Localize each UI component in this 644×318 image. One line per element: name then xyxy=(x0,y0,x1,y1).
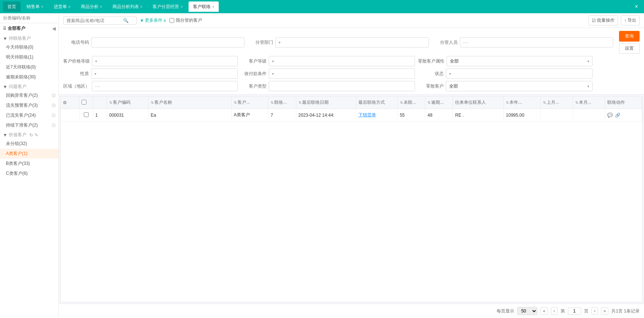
filter-search-box[interactable]: 🔍 xyxy=(63,17,137,25)
customer-type-filter: 客户类型 xyxy=(241,81,415,91)
last-page-btn[interactable]: » xyxy=(601,307,609,315)
nav-close-all[interactable]: × xyxy=(632,3,641,10)
sidebar-item-7days[interactable]: 近7天待联络(0) xyxy=(0,62,58,72)
tab-product-analysis-close[interactable]: × xyxy=(100,5,102,9)
sidebar-item-b-class[interactable]: B类客户(33) xyxy=(0,159,58,169)
tab-customer-contact[interactable]: 客户联络 × xyxy=(189,1,219,12)
filter-row-4: 区域（地区） ··· 客户类型 零散客户 全部 ▾ xyxy=(63,81,640,91)
tab-customer-segment-close[interactable]: × xyxy=(180,5,183,9)
tab-sales-order[interactable]: 销售单 × xyxy=(22,1,48,12)
action-cell[interactable]: 💬 🔗 xyxy=(605,109,642,121)
sidebar-item-churn-warning[interactable]: 流失预警客户(3) ⓘ xyxy=(0,100,58,110)
name-col-header[interactable]: ⇅客户名称 xyxy=(148,96,231,109)
scatter-attr-select[interactable]: 全部 ▾ xyxy=(447,56,593,66)
info-icon-3: ⓘ xyxy=(52,113,56,118)
last-contact-date-col-header[interactable]: ⇅最后联络日期 xyxy=(296,96,356,109)
scatter-customer-filter: 零散客户 全部 ▾ xyxy=(418,81,593,91)
tab-customer-segment-label: 客户分层经营 xyxy=(153,4,179,10)
overdue-col-header[interactable]: ⇅逾期... xyxy=(425,96,452,109)
next-page-btn[interactable]: › xyxy=(591,307,598,315)
dept-label: 分管部门 xyxy=(247,39,273,46)
dept-select[interactable]: ▾ xyxy=(275,37,429,47)
info-icon-2: ⓘ xyxy=(52,103,56,108)
phone-input[interactable] xyxy=(91,37,244,47)
overdue-cell: 48 xyxy=(425,109,452,121)
select-all-checkbox[interactable] xyxy=(82,100,86,105)
sidebar-item-abnormal-repurchase[interactable]: 回购异常客户(2) ⓘ xyxy=(0,91,58,100)
tab-product-analysis-list[interactable]: 商品分析列表 × xyxy=(108,1,147,12)
value-customers-group[interactable]: ▼ 价值客户 ↻ ✎ xyxy=(0,130,58,139)
tab-customer-contact-close[interactable]: × xyxy=(212,5,214,9)
settings-button[interactable]: 设置 xyxy=(619,43,640,54)
pending-contact-group[interactable]: ▼ 待联络客户 xyxy=(0,34,58,42)
tab-purchase-order-close[interactable]: × xyxy=(68,5,71,9)
price-level-select[interactable]: ▾ xyxy=(92,56,238,66)
edit-icon[interactable]: ✎ xyxy=(35,132,38,138)
prev-page-btn[interactable]: ‹ xyxy=(551,307,558,315)
tab-product-analysis-list-close[interactable]: × xyxy=(140,5,143,9)
sidebar-item-churned[interactable]: 已流失客户(24) ⓘ xyxy=(0,110,58,120)
per-page-select[interactable]: 50 100 200 xyxy=(517,307,537,315)
triangle-icon: ▼ xyxy=(3,36,7,41)
more-filters-btn[interactable]: ▼ 更多条件 ∧ xyxy=(140,17,167,24)
tab-customer-segment[interactable]: 客户分层经营 × xyxy=(148,1,187,12)
filter-row-2: 客户价格等级 ▾ 客户等级 ▾ 零散客户属性 全部 ▾ xyxy=(63,56,640,66)
nature-arrow: ▾ xyxy=(94,72,96,76)
tab-purchase-order[interactable]: 进货单 × xyxy=(49,1,75,12)
status-select[interactable]: ▾ xyxy=(446,68,593,79)
pending-contact-label: 待联络客户 xyxy=(9,35,31,42)
checkbox-cell[interactable] xyxy=(79,109,93,121)
customer-type-input[interactable] xyxy=(269,81,415,91)
filter-search-icon[interactable]: 🔍 xyxy=(123,18,129,23)
sidebar-item-declining[interactable]: 持续下滑客户(2) ⓘ xyxy=(0,120,58,130)
sidebar-item-today[interactable]: 今天待联络(0) xyxy=(0,42,58,52)
collapse-icon[interactable]: ◀ xyxy=(52,26,56,31)
customer-level-select[interactable]: ▾ xyxy=(269,56,415,66)
sidebar-search-input[interactable] xyxy=(3,15,58,21)
data-table-container[interactable]: ⚙ ⇅客户编码 ⇅客户名称 ⇅客户... ⇅联络... xyxy=(60,96,643,302)
checkbox-col-header[interactable] xyxy=(79,96,93,109)
settings-col-header[interactable]: ⚙ xyxy=(61,96,79,109)
last-contact-method-cell[interactable]: 下销货单 xyxy=(356,109,397,121)
sidebar-item-overdue[interactable]: 逾期未联络(30) xyxy=(0,72,58,82)
first-page-btn[interactable]: « xyxy=(540,307,548,315)
no-contact-col-header[interactable]: ⇅未联... xyxy=(397,96,425,109)
unit-contact-col-header[interactable]: 往来单位联系人 xyxy=(453,96,504,109)
link-icon[interactable]: 🔗 xyxy=(615,113,620,118)
chat-icon[interactable]: 💬 xyxy=(607,113,613,118)
refresh-icon[interactable]: ↻ xyxy=(29,132,33,138)
region-input[interactable]: ··· xyxy=(92,81,238,91)
tab-home[interactable]: 首页 xyxy=(3,1,21,12)
region-filter: 区域（地区） ··· xyxy=(63,81,238,91)
scatter-customer-select[interactable]: 全部 ▾ xyxy=(446,81,593,91)
contact-col-header[interactable]: ⇅联络... xyxy=(268,96,296,109)
sidebar-item-ungrouped[interactable]: 未分组(32) xyxy=(0,139,58,149)
filter-search-input[interactable] xyxy=(67,18,122,23)
problem-customers-group[interactable]: ▼ 问题客户 xyxy=(0,82,58,91)
export-btn[interactable]: ↑ 导出 xyxy=(621,15,640,25)
status-filter: 状态 ▾ xyxy=(418,68,593,79)
this-year-col-header[interactable]: ⇅本年... xyxy=(504,96,540,109)
manager-input[interactable]: ··· xyxy=(460,37,613,47)
tab-sales-order-close[interactable]: × xyxy=(41,5,43,9)
tab-product-analysis[interactable]: 商品分析 × xyxy=(76,1,107,12)
last-month-col-header[interactable]: ⇅上月... xyxy=(540,96,573,109)
last-contact-method-col-header[interactable]: 最后联络方式 xyxy=(356,96,397,109)
page-number-input[interactable] xyxy=(568,307,581,315)
all-customers-header[interactable]: ⠿ 全部客户 ◀ xyxy=(0,23,58,34)
sidebar-item-c-class[interactable]: C类客户(6) xyxy=(0,169,58,179)
payment-select[interactable]: ▾ xyxy=(269,68,415,79)
price-level-filter: 客户价格等级 ▾ xyxy=(63,56,238,66)
sort-icon-10: ⇅ xyxy=(575,100,578,105)
tab-home-label: 首页 xyxy=(7,4,16,10)
sidebar-item-a-class[interactable]: A类客户(1) xyxy=(0,149,58,159)
nature-select[interactable]: ▾ xyxy=(91,68,238,79)
batch-operation-btn[interactable]: ☑ 批量操作 xyxy=(588,15,618,25)
this-month-col-header[interactable]: ⇅本月... xyxy=(573,96,605,109)
query-button[interactable]: 查询 xyxy=(619,31,640,42)
my-customer-checkbox-label[interactable]: 我分管的客户 xyxy=(169,17,202,24)
my-customer-checkbox[interactable] xyxy=(169,18,174,23)
code-col-header[interactable]: ⇅客户编码 xyxy=(107,96,148,109)
sidebar-item-tomorrow[interactable]: 明天待联络(1) xyxy=(0,52,58,62)
type-col-header[interactable]: ⇅客户... xyxy=(231,96,268,109)
